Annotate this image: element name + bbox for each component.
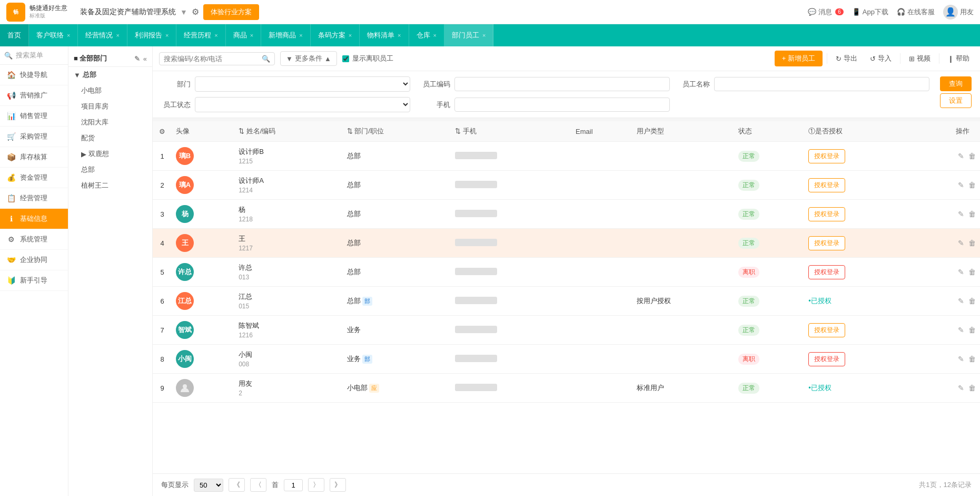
edit-icon[interactable]: ✎ — [958, 268, 964, 276]
sidebar-item-inventory[interactable]: 📦 库存核算 — [0, 147, 68, 168]
col-name-code[interactable]: ⇅ 姓名/编码 — [234, 121, 343, 142]
auth-login-button[interactable]: 授权登录 — [808, 265, 845, 279]
sidebar-item-guide[interactable]: 🔰 新手引导 — [0, 270, 68, 291]
next-page-button[interactable]: 〉 — [308, 478, 324, 492]
sidebar-item-marketing[interactable]: 📢 营销推广 — [0, 85, 68, 106]
tree-item-zhishu[interactable]: 植树王二 — [68, 178, 152, 193]
sidebar-item-operations[interactable]: 📋 经营管理 — [0, 188, 68, 209]
emp-status-select[interactable] — [195, 97, 410, 112]
close-icon[interactable]: × — [67, 32, 70, 38]
edit-dept-icon[interactable]: ✎ — [134, 55, 140, 63]
col-settings[interactable]: ⚙ — [153, 121, 172, 142]
tab-management[interactable]: 经营情况 × — [78, 24, 127, 46]
close-icon[interactable]: × — [165, 32, 169, 38]
page-input[interactable] — [284, 479, 303, 491]
import-button[interactable]: ↺ 导入 — [866, 52, 896, 65]
auth-login-button[interactable]: 授权登录 — [808, 149, 845, 163]
col-phone[interactable]: ⇅ 手机 — [451, 121, 571, 142]
last-page-button[interactable]: 》 — [330, 478, 346, 492]
auth-login-button[interactable]: 授权登录 — [808, 323, 845, 337]
help-button[interactable]: ❙ 帮助 — [944, 52, 974, 65]
add-employee-button[interactable]: + 新增员工 — [775, 51, 823, 66]
edit-icon[interactable]: ✎ — [958, 326, 964, 334]
tab-goods[interactable]: 商品 × — [226, 24, 261, 46]
sidebar-item-finance[interactable]: 💰 资金管理 — [0, 168, 68, 188]
tab-warehouse[interactable]: 仓库 × — [409, 24, 444, 46]
prev-page-button[interactable]: 〈 — [250, 478, 266, 492]
sidebar-item-system[interactable]: ⚙ 系统管理 — [0, 229, 68, 250]
dropdown-arrow-icon[interactable]: ▼ — [180, 8, 187, 16]
tree-item-peihuo[interactable]: 配货 — [68, 130, 152, 146]
search-input-wrap[interactable]: 🔍 — [159, 52, 275, 65]
tree-item-shuanglu[interactable]: ▶ 双鹿想 — [68, 146, 152, 162]
view-button[interactable]: ⊞ 视频 — [905, 52, 935, 65]
page-size-select[interactable]: 50 100 200 — [194, 479, 223, 492]
sidebar-search[interactable]: 🔍 搜索菜单 — [0, 46, 68, 65]
emp-code-input[interactable] — [454, 77, 670, 91]
sidebar-item-purchase[interactable]: 🛒 采购管理 — [0, 127, 68, 147]
sidebar-item-basic-info[interactable]: ℹ 基础信息 — [0, 209, 68, 229]
user-menu[interactable]: 👤 用友 — [943, 5, 974, 20]
edit-icon[interactable]: ✎ — [958, 181, 964, 189]
show-resigned-checkbox[interactable]: 显示离职员工 — [342, 54, 393, 63]
edit-icon[interactable]: ✎ — [958, 152, 964, 160]
edit-icon[interactable]: ✎ — [958, 384, 964, 392]
query-button[interactable]: 查询 — [940, 76, 972, 91]
delete-icon[interactable]: 🗑 — [968, 181, 976, 189]
edit-icon[interactable]: ✎ — [958, 355, 964, 363]
close-icon[interactable]: × — [398, 32, 401, 38]
delete-icon[interactable]: 🗑 — [968, 268, 976, 276]
col-dept[interactable]: ⇅ 部门/职位 — [343, 121, 451, 142]
trial-button[interactable]: 体验行业方案 — [203, 4, 259, 20]
edit-icon[interactable]: ✎ — [958, 239, 964, 247]
close-icon[interactable]: × — [349, 32, 352, 38]
delete-icon[interactable]: 🗑 — [968, 355, 976, 363]
first-page-button[interactable]: 《 — [229, 478, 245, 492]
delete-icon[interactable]: 🗑 — [968, 239, 976, 247]
close-icon[interactable]: × — [250, 32, 253, 38]
dept-select[interactable] — [195, 76, 410, 92]
tab-profit[interactable]: 利润报告 × — [127, 24, 176, 46]
tab-home[interactable]: 首页 — [0, 24, 29, 46]
auth-login-button[interactable]: 授权登录 — [808, 236, 845, 250]
edit-icon[interactable]: ✎ — [958, 297, 964, 305]
delete-icon[interactable]: 🗑 — [968, 297, 976, 305]
tree-item-zongbu[interactable]: ▼ 总部 — [68, 67, 152, 83]
tree-item-xiaodibu[interactable]: 小电部 — [68, 83, 152, 99]
auth-login-button[interactable]: 授权登录 — [808, 352, 845, 366]
tab-barcode[interactable]: 条码方案 × — [311, 24, 360, 46]
sidebar-item-collab[interactable]: 🤝 企业协同 — [0, 250, 68, 270]
emp-name-input[interactable] — [714, 77, 929, 91]
delete-icon[interactable]: 🗑 — [968, 210, 976, 218]
tab-new-goods[interactable]: 新增商品 × — [261, 24, 310, 46]
message-button[interactable]: 💬 消息 6 — [808, 7, 844, 17]
tab-customer[interactable]: 客户联络 × — [29, 24, 78, 46]
delete-icon[interactable]: 🗑 — [968, 152, 976, 160]
search-input[interactable] — [164, 55, 259, 63]
close-icon[interactable]: × — [433, 32, 437, 38]
tab-department[interactable]: 部门员工 × — [444, 24, 493, 46]
tab-bom[interactable]: 物料清单 × — [360, 24, 409, 46]
online-support-button[interactable]: 🎧 在线客服 — [897, 7, 935, 17]
resigned-checkbox-input[interactable] — [342, 55, 349, 62]
edit-icon[interactable]: ✎ — [958, 210, 964, 218]
app-download-button[interactable]: 📱 App下载 — [852, 7, 888, 17]
sidebar-item-navigation[interactable]: 🏠 快捷导航 — [0, 65, 68, 85]
delete-icon[interactable]: 🗑 — [968, 384, 976, 392]
close-icon[interactable]: × — [116, 32, 119, 38]
tree-item-xiangmu[interactable]: 项目库房 — [68, 99, 152, 114]
phone-input[interactable] — [454, 98, 670, 112]
collapse-icon[interactable]: « — [143, 55, 147, 63]
auth-login-button[interactable]: 授权登录 — [808, 207, 845, 221]
delete-icon[interactable]: 🗑 — [968, 326, 976, 334]
tree-item-zongbu2[interactable]: 总部 — [68, 162, 152, 178]
settings-icon[interactable]: ⚙ — [192, 7, 199, 17]
close-icon[interactable]: × — [299, 32, 302, 38]
filter-more-button[interactable]: ▼ 更多条件 ▲ — [280, 51, 337, 66]
close-icon[interactable]: × — [482, 32, 486, 38]
tab-history[interactable]: 经营历程 × — [176, 24, 225, 46]
close-icon[interactable]: × — [214, 32, 217, 38]
reset-button[interactable]: 设置 — [940, 93, 972, 108]
auth-login-button[interactable]: 授权登录 — [808, 178, 845, 192]
export-button[interactable]: ↻ 导出 — [831, 52, 862, 65]
